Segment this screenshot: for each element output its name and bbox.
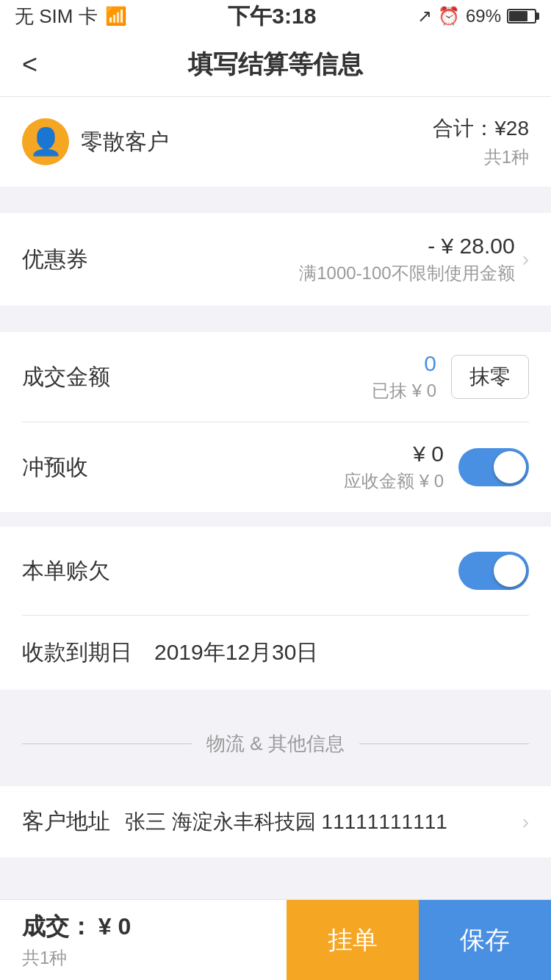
prepay-sub-value: 应收金额 ¥ 0 bbox=[344, 469, 444, 493]
bottom-summary: 成交： ¥ 0 共1种 bbox=[0, 911, 287, 970]
coupon-label: 优惠券 bbox=[22, 245, 88, 275]
prepay-main-value: ¥ 0 bbox=[344, 442, 444, 466]
customer-name: 零散客户 bbox=[81, 127, 169, 157]
alarm-icon: ⏰ bbox=[438, 6, 460, 26]
logistics-header: 物流 & 其他信息 bbox=[0, 716, 551, 771]
customer-row: 👤 零散客户 合计：¥28 共1种 bbox=[0, 97, 551, 187]
page-title: 填写结算等信息 bbox=[188, 48, 363, 82]
deal-amount-value-wrap: 0 已抹 ¥ 0 bbox=[372, 351, 436, 403]
customer-total: 合计：¥28 bbox=[433, 115, 529, 143]
debit-label: 本单赊欠 bbox=[22, 556, 110, 586]
avatar-icon: 👤 bbox=[29, 126, 62, 157]
spacer-1 bbox=[0, 198, 551, 213]
debit-toggle-knob bbox=[494, 555, 526, 587]
coupon-right: - ¥ 28.00 满1000-100不限制使用金额 › bbox=[299, 234, 529, 285]
address-label: 客户地址 bbox=[22, 807, 110, 837]
deal-amount-label: 成交金额 bbox=[22, 362, 110, 392]
round-button[interactable]: 抹零 bbox=[451, 355, 529, 399]
wifi-icon: 📶 bbox=[105, 6, 127, 26]
prepay-row: 冲预收 ¥ 0 应收金额 ¥ 0 bbox=[0, 422, 551, 512]
status-bar: 无 SIM 卡 📶 下午3:18 ↗ ⏰ 69% bbox=[0, 0, 551, 32]
due-date-row: 收款到期日 2019年12月30日 bbox=[0, 616, 551, 690]
content-area: 👤 零散客户 合计：¥28 共1种 优惠券 - ¥ 28.00 满1000-10… bbox=[0, 97, 551, 957]
carrier-label: 无 SIM 卡 bbox=[15, 4, 98, 29]
prepay-toggle-knob bbox=[494, 451, 526, 483]
debit-row: 本单赊欠 bbox=[0, 527, 551, 615]
status-bar-time: 下午3:18 bbox=[228, 1, 316, 32]
chevron-right-icon: › bbox=[522, 248, 529, 271]
prepay-right: ¥ 0 应收金额 ¥ 0 bbox=[344, 442, 529, 493]
avatar: 👤 bbox=[22, 118, 69, 165]
due-date-value: 2019年12月30日 bbox=[154, 638, 318, 668]
bottom-summary-label: 成交： bbox=[22, 913, 93, 940]
coupon-desc: 满1000-100不限制使用金额 bbox=[299, 262, 514, 285]
spacer-5 bbox=[0, 771, 551, 786]
status-bar-left: 无 SIM 卡 📶 bbox=[15, 4, 127, 29]
deal-amount-value: 0 bbox=[372, 351, 436, 376]
location-icon: ↗ bbox=[417, 6, 432, 26]
prepay-label: 冲预收 bbox=[22, 453, 88, 483]
deal-prepay-section: 成交金额 0 已抹 ¥ 0 抹零 冲预收 ¥ 0 应收金额 ¥ 0 bbox=[0, 332, 551, 512]
nav-bar: < 填写结算等信息 bbox=[0, 32, 551, 97]
debit-section: 本单赊欠 收款到期日 2019年12月30日 bbox=[0, 527, 551, 690]
status-bar-right: ↗ ⏰ 69% bbox=[417, 6, 536, 26]
customer-section: 👤 零散客户 合计：¥28 共1种 bbox=[0, 97, 551, 187]
spacer-3 bbox=[0, 512, 551, 527]
spacer-4 bbox=[0, 702, 551, 716]
bottom-summary-top: 成交： ¥ 0 bbox=[22, 911, 264, 943]
battery-label: 69% bbox=[466, 6, 501, 26]
coupon-value-wrapper: - ¥ 28.00 满1000-100不限制使用金额 bbox=[299, 234, 514, 285]
save-button[interactable]: 保存 bbox=[419, 900, 551, 981]
coupon-discount: - ¥ 28.00 bbox=[299, 234, 514, 259]
spacer-2 bbox=[0, 317, 551, 332]
back-button[interactable]: < bbox=[22, 49, 37, 80]
address-value: 张三 海淀永丰科技园 11111111111 bbox=[125, 808, 522, 836]
hang-button[interactable]: 挂单 bbox=[287, 900, 419, 981]
coupon-row[interactable]: 优惠券 - ¥ 28.00 满1000-100不限制使用金额 › bbox=[0, 213, 551, 306]
customer-left: 👤 零散客户 bbox=[22, 118, 169, 165]
customer-right: 合计：¥28 共1种 bbox=[433, 115, 529, 169]
coupon-section: 优惠券 - ¥ 28.00 满1000-100不限制使用金额 › bbox=[0, 213, 551, 306]
deal-amount-row: 成交金额 0 已抹 ¥ 0 抹零 bbox=[0, 332, 551, 422]
logistics-label: 物流 & 其他信息 bbox=[206, 731, 345, 757]
address-row[interactable]: 客户地址 张三 海淀永丰科技园 11111111111 › bbox=[0, 786, 551, 857]
deal-amount-right: 0 已抹 ¥ 0 抹零 bbox=[372, 351, 529, 403]
bottom-bar: 成交： ¥ 0 共1种 挂单 保存 bbox=[0, 899, 551, 980]
prepay-value-wrap: ¥ 0 应收金额 ¥ 0 bbox=[344, 442, 444, 493]
customer-count: 共1种 bbox=[433, 145, 529, 169]
deal-amount-sub: 已抹 ¥ 0 bbox=[372, 379, 436, 403]
bottom-summary-count: 共1种 bbox=[22, 946, 264, 970]
battery-icon bbox=[507, 9, 536, 24]
address-chevron-icon: › bbox=[522, 810, 529, 834]
address-section: 客户地址 张三 海淀永丰科技园 11111111111 › bbox=[0, 786, 551, 857]
due-date-label: 收款到期日 bbox=[22, 638, 132, 668]
bottom-summary-value: ¥ 0 bbox=[98, 913, 131, 940]
debit-toggle[interactable] bbox=[458, 552, 529, 590]
prepay-toggle[interactable] bbox=[458, 448, 529, 486]
